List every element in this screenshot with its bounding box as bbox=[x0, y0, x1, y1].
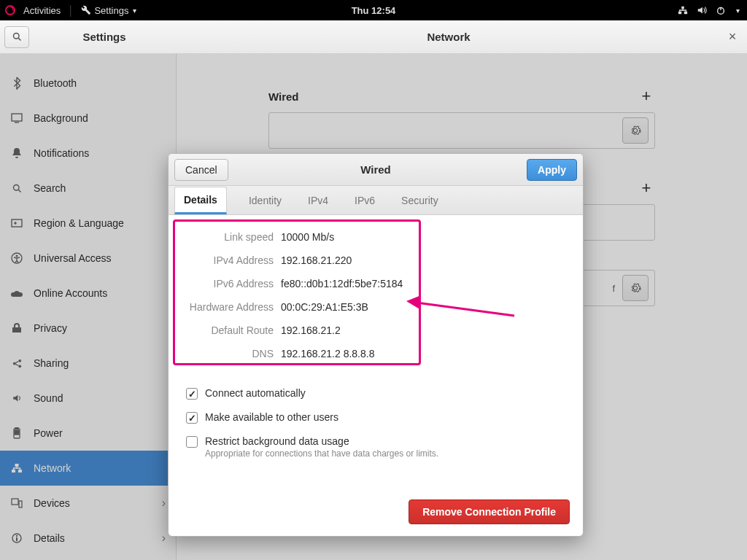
remove-connection-button[interactable]: Remove Connection Profile bbox=[409, 499, 570, 524]
chevron-down-icon: ▾ bbox=[736, 7, 740, 15]
volume-icon[interactable] bbox=[697, 5, 707, 15]
svg-rect-2 bbox=[684, 12, 687, 15]
header-search-button[interactable] bbox=[4, 26, 29, 48]
debian-icon bbox=[4, 4, 16, 16]
svg-point-5 bbox=[13, 34, 19, 39]
clock[interactable]: Thu 12:54 bbox=[352, 5, 396, 16]
headerbar: Settings Network × bbox=[0, 20, 747, 54]
tab-identity[interactable]: Identity bbox=[244, 187, 286, 214]
detail-label: IPv6 Address bbox=[186, 278, 281, 289]
checkbox-restrict[interactable]: Restrict background data usage Appropria… bbox=[186, 435, 565, 459]
detail-value: 192.168.21.2 bbox=[281, 324, 341, 336]
checkbox-label: Make available to other users bbox=[205, 411, 338, 423]
detail-label: Hardware Address bbox=[186, 301, 281, 313]
detail-value: 00:0C:29:A1:E5:3B bbox=[281, 301, 368, 313]
detail-value: fe80::d0b1:12df:5be7:5184 bbox=[281, 278, 403, 289]
activities-button[interactable]: Activities bbox=[23, 5, 61, 16]
detail-value: 192.168.21.2 8.8.8.8 bbox=[281, 348, 374, 359]
tab-details[interactable]: Details bbox=[174, 187, 227, 214]
detail-label: DNS bbox=[186, 348, 281, 359]
dialog-body: Link speed10000 Mb/s IPv4 Address192.168… bbox=[169, 215, 583, 488]
chevron-down-icon: ▾ bbox=[133, 7, 136, 15]
wired-connection-dialog: Cancel Wired Apply Details Identity IPv4… bbox=[168, 153, 584, 537]
svg-rect-1 bbox=[678, 12, 681, 15]
detail-value: 10000 Mb/s bbox=[281, 231, 334, 243]
cancel-button[interactable]: Cancel bbox=[174, 159, 228, 181]
dialog-title: Wired bbox=[360, 163, 391, 176]
window-close-button[interactable]: × bbox=[718, 29, 747, 44]
checkbox-sublabel: Appropriate for connections that have da… bbox=[205, 448, 438, 459]
power-icon[interactable] bbox=[716, 5, 726, 15]
appmenu-icon: Settings ▾ bbox=[81, 5, 136, 16]
header-title-sidebar: Settings bbox=[29, 31, 179, 43]
tab-ipv6[interactable]: IPv6 bbox=[350, 187, 379, 214]
network-status-icon[interactable] bbox=[678, 5, 688, 15]
detail-value: 192.168.21.220 bbox=[281, 254, 352, 266]
tab-security[interactable]: Security bbox=[397, 187, 443, 214]
header-title-panel: Network bbox=[179, 31, 718, 43]
checkbox-shared[interactable]: Make available to other users bbox=[186, 411, 565, 424]
apply-button[interactable]: Apply bbox=[527, 159, 577, 181]
gnome-topbar: Activities │ Settings ▾ Thu 12:54 ▾ bbox=[0, 0, 747, 20]
settings-window: Settings Network × Bluetooth Background … bbox=[0, 20, 747, 560]
detail-rows: Link speed10000 Mb/s IPv4 Address192.168… bbox=[186, 225, 434, 365]
svg-rect-3 bbox=[681, 7, 684, 9]
checkbox-label: Connect automatically bbox=[205, 387, 306, 399]
dialog-header: Cancel Wired Apply bbox=[169, 154, 583, 186]
detail-label: IPv4 Address bbox=[186, 254, 281, 266]
checkbox-icon bbox=[186, 436, 198, 448]
tab-ipv4[interactable]: IPv4 bbox=[303, 187, 333, 214]
appmenu-label[interactable]: Settings bbox=[94, 5, 128, 16]
detail-label: Default Route bbox=[186, 324, 281, 336]
checkbox-icon bbox=[186, 412, 198, 424]
dialog-tabs: Details Identity IPv4 IPv6 Security bbox=[169, 186, 583, 215]
detail-label: Link speed bbox=[186, 231, 281, 243]
checkbox-label: Restrict background data usage bbox=[205, 435, 438, 447]
checkbox-icon bbox=[186, 388, 198, 400]
checkbox-connect-auto[interactable]: Connect automatically bbox=[186, 387, 565, 400]
